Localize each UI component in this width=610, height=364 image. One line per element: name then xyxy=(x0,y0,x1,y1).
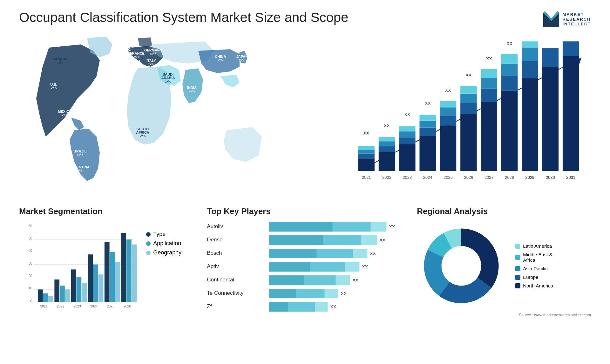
svg-text:xx%: xx% xyxy=(132,64,138,67)
svg-rect-54 xyxy=(419,136,436,171)
svg-text:xx%: xx% xyxy=(77,153,83,157)
svg-text:2031: 2031 xyxy=(566,175,575,180)
svg-text:0: 0 xyxy=(30,299,32,303)
legend-asia-pacific: Asia Pacific xyxy=(515,266,553,271)
page-title: Occupant Classification System Market Si… xyxy=(19,10,348,25)
donut-chart-wrap xyxy=(417,221,506,310)
svg-rect-137 xyxy=(132,245,137,302)
svg-rect-84 xyxy=(522,78,538,171)
player-name-continental: Continental xyxy=(207,277,258,283)
svg-text:xx%: xx% xyxy=(218,58,224,62)
svg-text:XX: XX xyxy=(486,56,492,61)
donut-chart-svg xyxy=(417,221,506,310)
svg-text:xx%: xx% xyxy=(57,61,63,64)
legend-north-america: North America xyxy=(515,283,553,288)
legend-geography: Geography xyxy=(146,249,181,256)
svg-rect-67 xyxy=(460,103,477,114)
legend-europe: Europe xyxy=(515,274,553,280)
svg-text:xx%: xx% xyxy=(62,113,68,117)
svg-text:2026: 2026 xyxy=(124,304,131,308)
player-bar-te-connectivity: XX xyxy=(261,288,404,298)
svg-rect-156 xyxy=(269,275,350,285)
donut-container: Latin America Middle East &Africa Asia P… xyxy=(417,221,591,310)
legend-middle-east-africa-color xyxy=(515,255,520,260)
svg-text:30: 30 xyxy=(29,261,32,265)
top-section: CANADA xx% U.S. xx% MEXICO xx% BRAZIL xx… xyxy=(19,35,591,194)
svg-rect-134 xyxy=(82,283,87,302)
svg-text:XX: XX xyxy=(380,238,386,243)
svg-rect-120 xyxy=(38,289,43,302)
svg-rect-66 xyxy=(460,114,477,171)
svg-text:XX: XX xyxy=(362,264,368,269)
svg-text:2026: 2026 xyxy=(464,175,473,180)
svg-text:10: 10 xyxy=(29,286,32,290)
legend-europe-color xyxy=(515,275,520,280)
logo-line3: INTELLECT xyxy=(563,22,591,26)
svg-text:xx%: xx% xyxy=(76,169,82,172)
player-row-denso: Denso XX xyxy=(207,235,404,245)
svg-rect-48 xyxy=(399,144,415,171)
svg-text:xx%: xx% xyxy=(140,134,146,138)
svg-rect-75 xyxy=(481,69,497,78)
logo-line1: MARKET xyxy=(563,12,591,17)
svg-rect-128 xyxy=(76,277,81,302)
svg-rect-72 xyxy=(481,102,497,171)
svg-rect-63 xyxy=(440,101,456,107)
svg-rect-36 xyxy=(358,158,374,171)
svg-text:XX: XX xyxy=(404,112,410,117)
bar-chart-svg: XX 2021 XX 2022 XX 2023 xyxy=(339,35,591,194)
players-list: Autoliv XX Denso xyxy=(207,221,404,312)
svg-rect-49 xyxy=(399,137,415,144)
svg-text:2025: 2025 xyxy=(444,175,453,180)
svg-text:2022: 2022 xyxy=(382,175,391,180)
legend-latin-america-color xyxy=(515,244,520,249)
svg-rect-129 xyxy=(93,265,98,302)
svg-rect-62 xyxy=(440,107,456,116)
svg-text:60: 60 xyxy=(29,224,32,228)
svg-text:2022: 2022 xyxy=(57,304,64,308)
svg-rect-38 xyxy=(358,150,374,154)
legend-type-dot xyxy=(146,232,151,237)
svg-rect-86 xyxy=(522,48,538,61)
legend-type: Type xyxy=(146,231,181,238)
legend-application-dot xyxy=(146,241,151,246)
svg-rect-69 xyxy=(460,86,477,94)
legend-middle-east-africa: Middle East &Africa xyxy=(515,252,553,263)
svg-text:xx%: xx% xyxy=(239,58,245,62)
svg-text:XX: XX xyxy=(384,123,390,128)
svg-text:2029: 2029 xyxy=(525,175,535,180)
logo-line2: RESEARCH xyxy=(563,17,591,22)
svg-rect-51 xyxy=(399,126,415,131)
svg-rect-130 xyxy=(110,252,115,302)
svg-rect-93 xyxy=(563,41,579,56)
svg-text:2030: 2030 xyxy=(546,175,555,180)
svg-rect-73 xyxy=(481,89,497,102)
svg-text:2027: 2027 xyxy=(485,175,494,180)
svg-text:CANADA: CANADA xyxy=(52,57,68,61)
svg-text:xx%: xx% xyxy=(189,90,195,93)
svg-text:XX: XX xyxy=(425,101,431,106)
svg-point-172 xyxy=(442,246,481,286)
svg-text:2023: 2023 xyxy=(73,304,81,308)
svg-text:XX: XX xyxy=(330,304,336,309)
player-bar-zf: XX xyxy=(261,301,404,312)
svg-text:FRANCE: FRANCE xyxy=(130,51,145,55)
svg-rect-81 xyxy=(501,54,518,64)
players-section: Top Key Players Autoliv XX Denso xyxy=(194,206,404,359)
svg-rect-78 xyxy=(501,91,518,171)
player-name-autoliv: Autoliv xyxy=(207,223,258,230)
svg-rect-80 xyxy=(501,64,518,76)
svg-text:MEXICO: MEXICO xyxy=(58,110,72,113)
svg-text:2024: 2024 xyxy=(423,175,432,180)
svg-rect-122 xyxy=(71,269,76,302)
svg-rect-56 xyxy=(419,121,436,128)
regional-legend: Latin America Middle East &Africa Asia P… xyxy=(515,243,553,288)
legend-application: Application xyxy=(146,240,181,247)
svg-text:GERMANY: GERMANY xyxy=(144,48,162,52)
svg-rect-125 xyxy=(121,233,126,302)
legend-geography-dot xyxy=(146,251,151,255)
legend-application-label: Application xyxy=(153,240,181,247)
player-name-zf: Zf xyxy=(207,303,258,310)
svg-text:2021: 2021 xyxy=(40,304,48,308)
svg-text:XX: XX xyxy=(341,291,347,296)
